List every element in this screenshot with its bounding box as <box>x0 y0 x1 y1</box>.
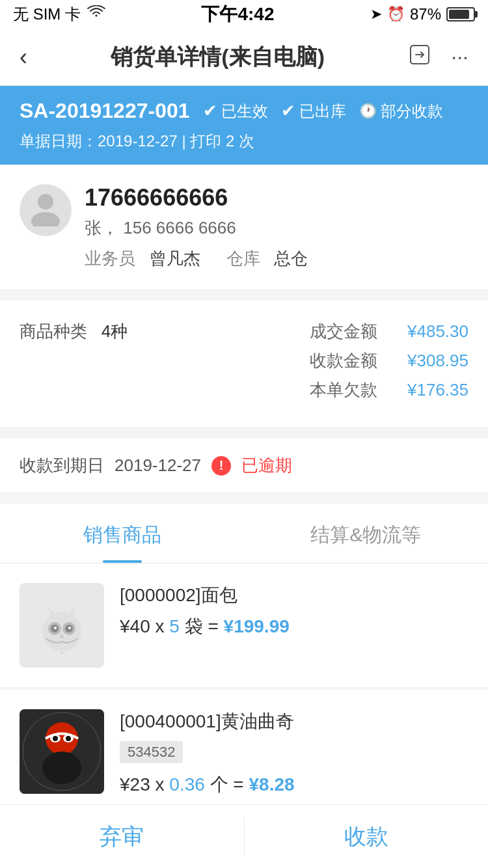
tab-settlement[interactable]: 结算&物流等 <box>244 504 488 563</box>
confirm-button[interactable]: 收款 <box>245 805 489 868</box>
svg-point-2 <box>31 212 60 226</box>
tabs-section: 销售商品 结算&物流等 <box>0 504 488 563</box>
due-date-label: 收款到期日 <box>20 454 104 477</box>
status-badge-effective: ✔ 已生效 <box>203 101 268 122</box>
debt-row: 本单欠款 ¥176.35 <box>310 379 468 401</box>
alarm-icon: ⏰ <box>387 6 405 23</box>
cancel-button[interactable]: 弃审 <box>0 805 244 868</box>
product-thumb-1: + <box>20 583 104 668</box>
transaction-value: ¥485.30 <box>390 321 468 342</box>
product-qty-2: 0.36 <box>169 774 205 794</box>
product-thumb-2 <box>20 709 104 794</box>
customer-info: 17666666666 张， 156 6666 6666 业务员 曾凡杰 仓库 … <box>85 184 468 270</box>
svg-point-16 <box>42 752 81 784</box>
check-icon-2: ✔ <box>281 101 295 121</box>
check-icon-1: ✔ <box>203 101 217 121</box>
battery-icon <box>446 7 475 21</box>
bottom-bar: 弃审 收款 <box>0 804 488 868</box>
product-qty-1: 5 <box>169 616 180 636</box>
product-info-1: [0000002]面包 ¥40 x 5 袋 = ¥199.99 <box>120 583 468 639</box>
svg-point-9 <box>68 627 71 629</box>
svg-point-20 <box>66 736 71 741</box>
category-info: 商品种类 4种 <box>20 320 128 343</box>
summary-section: 商品种类 4种 成交金额 ¥485.30 收款金额 ¥308.95 本单欠款 ¥… <box>0 301 488 427</box>
wifi-icon <box>87 5 105 23</box>
product-item-1: + [0000002]面包 ¥40 x 5 袋 = ¥199.99 <box>0 563 488 687</box>
order-header: SA-20191227-001 ✔ 已生效 ✔ 已出库 🕐 部分收款 单据日期：… <box>0 86 488 165</box>
page-title: 销货单详情(来自电脑) <box>111 42 325 72</box>
warehouse-value: 总仓 <box>274 249 308 268</box>
customer-avatar <box>20 184 72 236</box>
svg-point-8 <box>54 627 57 629</box>
product-total-2: ¥8.28 <box>249 774 294 794</box>
status-badge-partial: 🕐 部分收款 <box>359 101 443 122</box>
receipt-row: 收款金额 ¥308.95 <box>310 349 468 372</box>
debt-label: 本单欠款 <box>310 379 377 401</box>
salesperson-label: 业务员 <box>85 249 135 268</box>
customer-name-phone: 张， 156 6666 6666 <box>85 217 468 239</box>
overdue-icon: ! <box>211 456 231 476</box>
carrier-label: 无 SIM 卡 <box>13 4 81 25</box>
status-left: 无 SIM 卡 <box>13 4 105 25</box>
product-price-1: ¥40 x 5 袋 = ¥199.99 <box>120 614 468 639</box>
category-count: 4种 <box>102 321 128 341</box>
amount-info: 成交金额 ¥485.30 收款金额 ¥308.95 本单欠款 ¥176.35 <box>310 320 468 408</box>
svg-text:+: + <box>61 650 64 655</box>
product-sku-2: 534532 <box>120 741 183 763</box>
order-id: SA-20191227-001 <box>20 99 190 123</box>
warehouse-label: 仓库 <box>226 249 260 268</box>
tab-sales-products[interactable]: 销售商品 <box>0 504 244 563</box>
product-name-2: [000400001]黄油曲奇 <box>120 709 468 734</box>
divider-2 <box>0 427 488 428</box>
divider-1 <box>0 290 488 290</box>
time-display: 下午4:42 <box>201 2 274 27</box>
due-date-section: 收款到期日 2019-12-27 ! 已逾期 <box>0 439 488 493</box>
nav-right-actions: ··· <box>408 43 468 72</box>
clock-icon: 🕐 <box>359 103 377 120</box>
product-price-2: ¥23 x 0.36 个 = ¥8.28 <box>120 772 468 797</box>
share-button[interactable] <box>408 43 431 72</box>
nav-bar: ‹ 销货单详情(来自电脑) ··· <box>0 29 488 86</box>
back-button[interactable]: ‹ <box>20 44 27 71</box>
customer-section: 17666666666 张， 156 6666 6666 业务员 曾凡杰 仓库 … <box>0 165 488 290</box>
avatar-icon <box>26 187 65 233</box>
svg-marker-12 <box>68 606 77 616</box>
svg-marker-11 <box>47 606 56 616</box>
product-total-1: ¥199.99 <box>224 616 290 636</box>
battery-percent: 87% <box>410 5 441 23</box>
customer-meta: 业务员 曾凡杰 仓库 总仓 <box>85 247 468 270</box>
due-date-value: 2019-12-27 <box>115 455 201 476</box>
product-info-2: [000400001]黄油曲奇 534532 ¥23 x 0.36 个 = ¥8… <box>120 709 468 797</box>
salesperson-value: 曾凡杰 <box>150 249 200 268</box>
customer-id: 17666666666 <box>85 184 468 211</box>
status-bar: 无 SIM 卡 下午4:42 ➤ ⏰ 87% <box>0 0 488 29</box>
category-label: 商品种类 <box>20 321 87 341</box>
svg-point-19 <box>53 736 58 741</box>
status-badge-shipped: ✔ 已出库 <box>281 101 346 122</box>
receipt-value: ¥308.95 <box>390 351 468 371</box>
svg-point-3 <box>42 612 81 651</box>
product-list: + [0000002]面包 ¥40 x 5 袋 = ¥199.99 <box>0 563 488 817</box>
order-date: 单据日期：2019-12-27 | 打印 2 次 <box>20 131 468 152</box>
product-item-2: [000400001]黄油曲奇 534532 ¥23 x 0.36 个 = ¥8… <box>0 690 488 817</box>
debt-value: ¥176.35 <box>390 380 468 400</box>
svg-point-1 <box>38 194 53 210</box>
transaction-label: 成交金额 <box>310 320 377 343</box>
status-right: ➤ ⏰ 87% <box>370 5 475 23</box>
overdue-text: 已逾期 <box>241 454 292 477</box>
location-icon: ➤ <box>370 6 382 23</box>
product-name-1: [0000002]面包 <box>120 583 468 608</box>
transaction-row: 成交金额 ¥485.30 <box>310 320 468 343</box>
more-button[interactable]: ··· <box>451 45 468 69</box>
receipt-label: 收款金额 <box>310 349 377 372</box>
